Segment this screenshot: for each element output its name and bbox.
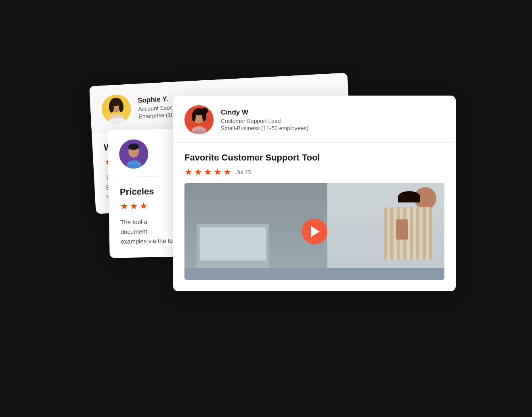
video-thumbnail[interactable] <box>184 183 444 280</box>
avatar-sophie <box>101 94 132 125</box>
svg-point-15 <box>192 112 196 121</box>
user-role-cindy: Customer Support Lead <box>221 118 308 124</box>
profile-info-cindy: Cindy W Customer Support Lead Small-Busi… <box>221 108 308 131</box>
star-f3: ★ <box>204 167 212 177</box>
play-triangle-icon <box>311 226 320 237</box>
review-title-front: Favorite Customer Support Tool <box>184 152 444 163</box>
svg-point-17 <box>201 108 208 114</box>
user-name-middle <box>155 142 157 150</box>
star-m2: ★ <box>130 201 138 211</box>
star-m3: ★ <box>139 201 147 211</box>
avatar-cindy <box>184 105 214 134</box>
star-f5: ★ <box>223 167 231 177</box>
profile-info-middle <box>155 142 158 165</box>
card-content-front: Favorite Customer Support Tool ★ ★ ★ ★ ★… <box>173 143 456 291</box>
user-role-middle <box>155 151 157 158</box>
star-f2: ★ <box>194 167 202 177</box>
star-f4: ★ <box>214 167 222 177</box>
star-m1: ★ <box>120 201 128 212</box>
star-f1: ★ <box>184 167 193 177</box>
user-name-cindy: Cindy W <box>221 108 308 117</box>
avatar-male <box>119 139 149 169</box>
user-company-middle <box>156 158 158 165</box>
play-button[interactable] <box>302 219 327 244</box>
user-company-cindy: Small-Business (11-50 employees) <box>221 125 308 131</box>
stars-front: ★ ★ ★ ★ ★ Jul 25 <box>184 167 444 177</box>
review-card-front: Cindy W Customer Support Lead Small-Busi… <box>173 96 456 291</box>
video-overlay <box>184 183 444 280</box>
review-date: Jul 25 <box>236 169 251 175</box>
profile-section-cindy: Cindy W Customer Support Lead Small-Busi… <box>173 96 456 143</box>
